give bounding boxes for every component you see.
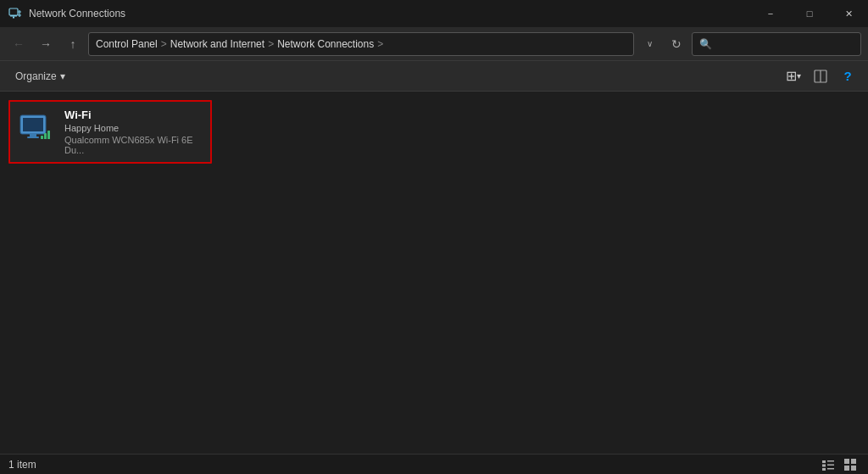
svg-rect-10	[44, 133, 47, 139]
svg-rect-16	[822, 468, 826, 471]
svg-rect-12	[822, 460, 826, 463]
minimize-button[interactable]: −	[751, 0, 790, 27]
wifi-adapter-card[interactable]: Wi-Fi Happy Home Qualcomm WCN685x Wi-Fi …	[8, 100, 212, 164]
list-view-icon	[821, 458, 835, 471]
svg-rect-15	[827, 464, 834, 466]
back-button[interactable]: ←	[7, 32, 31, 56]
view-toggle-button[interactable]: ⊞ ▾	[782, 64, 805, 88]
breadcrumb-network-connections: Network Connections	[277, 38, 374, 50]
svg-rect-7	[30, 134, 36, 137]
adapter-name: Wi-Fi	[64, 109, 202, 121]
svg-rect-19	[851, 459, 856, 464]
svg-rect-11	[47, 131, 50, 139]
forward-button[interactable]: →	[34, 32, 58, 56]
window-title: Network Connections	[29, 8, 125, 20]
main-content: Wi-Fi Happy Home Qualcomm WCN685x Wi-Fi …	[0, 92, 868, 454]
window-icon	[8, 7, 22, 20]
list-view-button[interactable]	[819, 455, 837, 474]
title-bar-controls: − □ ✕	[751, 0, 868, 27]
item-count: 1 item	[8, 459, 36, 471]
detail-view-icon	[843, 458, 857, 471]
svg-rect-13	[827, 460, 834, 462]
pane-icon	[814, 70, 827, 83]
status-bar: 1 item	[0, 454, 868, 474]
computer-icon	[19, 114, 54, 144]
title-bar-left: Network Connections	[8, 7, 125, 20]
help-button[interactable]: ?	[836, 64, 860, 88]
breadcrumb-network-internet: Network and Internet	[170, 38, 264, 50]
svg-rect-14	[822, 464, 826, 466]
view-arrow: ▾	[797, 71, 801, 81]
organize-label: Organize	[15, 70, 57, 82]
breadcrumb-control-panel: Control Panel	[96, 38, 158, 50]
close-button[interactable]: ✕	[829, 0, 868, 27]
help-icon: ?	[843, 69, 851, 83]
svg-rect-17	[827, 468, 834, 470]
svg-rect-1	[10, 15, 17, 17]
search-box[interactable]: 🔍	[692, 32, 861, 56]
organize-arrow: ▾	[60, 70, 65, 82]
title-bar: Network Connections − □ ✕	[0, 0, 868, 27]
svg-rect-2	[13, 17, 14, 19]
details-pane-button[interactable]	[809, 64, 832, 88]
adapter-driver: Qualcomm WCN685x Wi-Fi 6E Du...	[64, 135, 202, 155]
svg-rect-18	[844, 459, 849, 464]
svg-rect-0	[9, 8, 18, 15]
svg-rect-6	[23, 118, 43, 131]
search-icon: 🔍	[699, 38, 712, 50]
detail-view-button[interactable]	[841, 455, 860, 474]
view-icon: ⊞	[786, 68, 797, 84]
adapter-network: Happy Home	[64, 123, 202, 133]
up-button[interactable]: ↑	[61, 32, 85, 56]
refresh-button[interactable]: ↻	[665, 32, 688, 56]
address-dropdown-button[interactable]: ∨	[637, 32, 661, 56]
address-bar: ← → ↑ Control Panel > Network and Intern…	[0, 27, 868, 61]
organize-button[interactable]: Organize ▾	[8, 67, 72, 86]
svg-rect-9	[41, 136, 43, 139]
toolbar-right: ⊞ ▾ ?	[782, 64, 860, 88]
svg-rect-21	[851, 466, 856, 471]
toolbar: Organize ▾ ⊞ ▾ ?	[0, 61, 868, 92]
toolbar-left: Organize ▾	[8, 67, 72, 86]
svg-rect-8	[27, 137, 39, 138]
adapter-icon-area	[19, 114, 56, 151]
maximize-button[interactable]: □	[790, 0, 829, 27]
svg-rect-20	[844, 466, 849, 471]
adapter-info: Wi-Fi Happy Home Qualcomm WCN685x Wi-Fi …	[64, 109, 202, 155]
status-right	[819, 455, 860, 474]
address-path[interactable]: Control Panel > Network and Internet > N…	[88, 32, 634, 56]
